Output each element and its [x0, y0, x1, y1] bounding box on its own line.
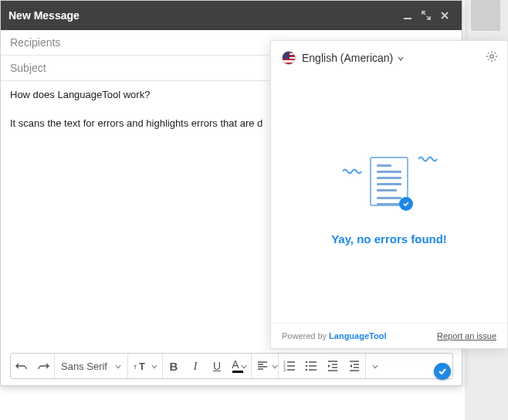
- window-title: New Message: [8, 9, 398, 22]
- undo-icon: [15, 360, 28, 372]
- indent-less-icon: [327, 360, 339, 372]
- close-icon: [439, 10, 450, 21]
- lt-result-area: Yay, no errors found!: [271, 73, 507, 323]
- redo-icon: [37, 360, 49, 372]
- languagetool-popup: English (American) Yay, no errors found!…: [270, 40, 508, 349]
- minimize-icon: [402, 10, 413, 21]
- redo-button[interactable]: [32, 354, 54, 378]
- italic-button[interactable]: I: [185, 354, 206, 378]
- lt-header: English (American): [271, 41, 507, 73]
- fullscreen-button[interactable]: [417, 6, 435, 25]
- svg-point-7: [306, 365, 307, 367]
- color-swatch: [232, 371, 243, 373]
- indent-more-button[interactable]: [344, 354, 365, 378]
- svg-point-6: [306, 361, 307, 363]
- powered-by-label: Powered by: [282, 331, 327, 340]
- italic-icon: I: [193, 360, 197, 373]
- lt-headline: Yay, no errors found!: [331, 232, 447, 246]
- font-size-select[interactable]: тT: [128, 354, 162, 378]
- font-family-select[interactable]: Sans Serif: [55, 354, 127, 378]
- report-issue-link[interactable]: Report an issue: [437, 331, 496, 340]
- font-family-label: Sans Serif: [61, 361, 107, 372]
- bold-button[interactable]: B: [163, 354, 185, 378]
- svg-text:3: 3: [283, 368, 286, 372]
- chevron-down-icon: [115, 361, 121, 372]
- chevron-down-icon: [398, 52, 404, 64]
- numbered-list-button[interactable]: 123: [279, 354, 300, 378]
- checkmark-badge-icon: [399, 197, 413, 211]
- flag-us-icon: [282, 51, 296, 65]
- svg-point-8: [306, 369, 307, 371]
- chevron-down-icon: [272, 361, 278, 372]
- page-scrollbar-thumb[interactable]: [471, 0, 500, 31]
- bold-icon: B: [170, 360, 178, 373]
- svg-text:т: т: [134, 363, 137, 371]
- numbered-list-icon: 123: [283, 360, 296, 372]
- align-select[interactable]: [252, 354, 278, 378]
- settings-button[interactable]: [486, 50, 498, 65]
- format-toolbar: Sans Serif тT B I U A 123: [10, 353, 453, 379]
- undo-button[interactable]: [11, 354, 32, 378]
- svg-point-9: [490, 55, 493, 58]
- language-select[interactable]: English (American): [302, 52, 404, 64]
- close-button[interactable]: [435, 6, 454, 25]
- compose-header: New Message: [1, 1, 462, 30]
- align-left-icon: [256, 360, 269, 372]
- bullet-list-icon: [305, 360, 317, 372]
- indent-more-icon: [348, 360, 361, 372]
- bullet-list-button[interactable]: [300, 354, 322, 378]
- chevron-down-icon: [151, 361, 157, 372]
- minimize-button[interactable]: [398, 6, 417, 25]
- more-formatting-button[interactable]: [366, 354, 384, 378]
- font-size-icon: тT: [133, 361, 148, 371]
- svg-text:T: T: [139, 361, 145, 371]
- indent-less-button[interactable]: [322, 354, 344, 378]
- expand-icon: [421, 10, 432, 21]
- underline-icon: U: [213, 360, 221, 372]
- text-color-icon: A: [232, 358, 239, 371]
- underline-button[interactable]: U: [206, 354, 228, 378]
- chevron-down-icon: [372, 361, 378, 372]
- checkmark-icon: [438, 367, 447, 376]
- language-label: English (American): [302, 52, 393, 64]
- lt-footer: Powered by LanguageTool Report an issue: [271, 323, 507, 348]
- brand-link[interactable]: LanguageTool: [329, 331, 386, 340]
- gear-icon: [486, 50, 498, 63]
- languagetool-badge[interactable]: [434, 363, 451, 380]
- document-icon: [370, 157, 408, 206]
- no-errors-illustration: [343, 151, 435, 212]
- text-color-button[interactable]: A: [228, 354, 251, 378]
